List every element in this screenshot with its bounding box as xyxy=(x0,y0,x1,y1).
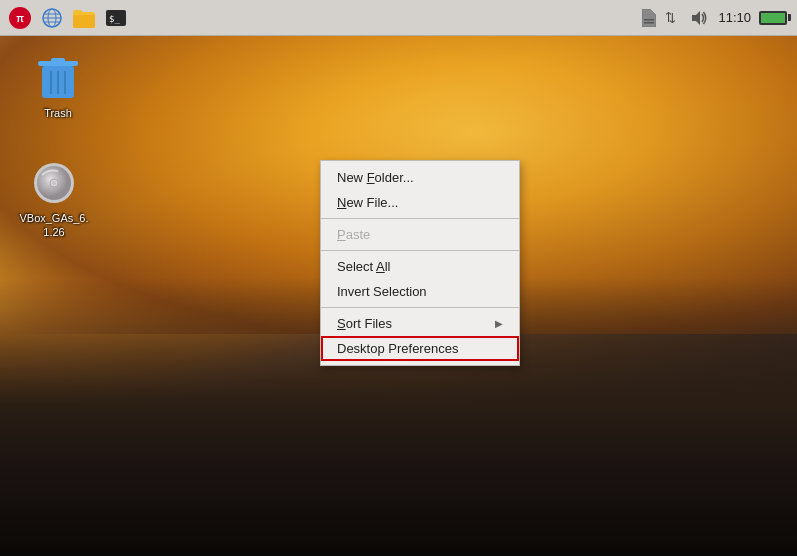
raspi-menu-button[interactable]: π xyxy=(6,4,34,32)
battery-tip xyxy=(788,14,791,21)
vbox-label: VBox_GAs_6.1.26 xyxy=(18,211,90,240)
battery-body xyxy=(759,11,787,25)
menu-separator-2 xyxy=(321,250,519,251)
taskbar-right: ⇅ 11:10 xyxy=(642,9,791,27)
menu-new-folder[interactable]: New Folder... xyxy=(321,165,519,190)
battery-indicator xyxy=(759,11,791,25)
speaker-icon xyxy=(690,9,710,27)
menu-separator-3 xyxy=(321,307,519,308)
trash-label: Trash xyxy=(44,106,72,120)
vbox-icon[interactable]: VBox_GAs_6.1.26 xyxy=(14,155,94,244)
menu-separator-1 xyxy=(321,218,519,219)
svg-text:π: π xyxy=(16,13,24,24)
sd-icon xyxy=(642,9,656,27)
menu-paste-label: Paste xyxy=(337,227,370,242)
context-menu: New Folder... New File... Paste Select A… xyxy=(320,160,520,366)
menu-invert-selection[interactable]: Invert Selection xyxy=(321,279,519,304)
svg-text:$_: $_ xyxy=(109,14,120,24)
browser-button[interactable] xyxy=(38,4,66,32)
svg-rect-9 xyxy=(644,19,654,21)
network-icon[interactable]: ⇅ xyxy=(664,9,682,27)
menu-select-all[interactable]: Select All xyxy=(321,254,519,279)
svg-rect-14 xyxy=(51,58,65,63)
menu-desktop-preferences[interactable]: Desktop Preferences xyxy=(321,336,519,361)
volume-icon[interactable] xyxy=(690,9,710,27)
taskbar-left: π $ xyxy=(6,4,130,32)
desktop: π $ xyxy=(0,0,797,556)
menu-desktop-preferences-label: Desktop Preferences xyxy=(337,341,458,356)
network-arrows-icon: ⇅ xyxy=(664,9,682,27)
trash-image xyxy=(34,54,82,102)
menu-sort-files[interactable]: Sort Files ▶ xyxy=(321,311,519,336)
menu-sort-files-label: Sort Files xyxy=(337,316,392,331)
svg-marker-12 xyxy=(692,11,700,25)
raspi-icon: π xyxy=(8,6,32,30)
menu-paste: Paste xyxy=(321,222,519,247)
folder-icon xyxy=(72,7,96,29)
submenu-arrow-icon: ▶ xyxy=(495,318,503,329)
trash-icon[interactable]: Trash xyxy=(18,50,98,124)
menu-new-file[interactable]: New File... xyxy=(321,190,519,215)
clock-display: 11:10 xyxy=(718,10,751,25)
svg-text:⇅: ⇅ xyxy=(665,10,676,25)
menu-new-folder-label: New Folder... xyxy=(337,170,414,185)
filemanager-button[interactable] xyxy=(70,4,98,32)
globe-icon xyxy=(41,7,63,29)
terminal-icon: $_ xyxy=(105,9,127,27)
menu-new-file-label: New File... xyxy=(337,195,398,210)
taskbar: π $ xyxy=(0,0,797,36)
menu-invert-selection-label: Invert Selection xyxy=(337,284,427,299)
sd-card-icon[interactable] xyxy=(642,9,656,27)
clock-text: 11:10 xyxy=(718,10,751,25)
svg-rect-10 xyxy=(644,22,654,24)
terminal-button[interactable]: $_ xyxy=(102,4,130,32)
svg-point-22 xyxy=(52,181,56,185)
menu-select-all-label: Select All xyxy=(337,259,390,274)
vbox-image xyxy=(30,159,78,207)
